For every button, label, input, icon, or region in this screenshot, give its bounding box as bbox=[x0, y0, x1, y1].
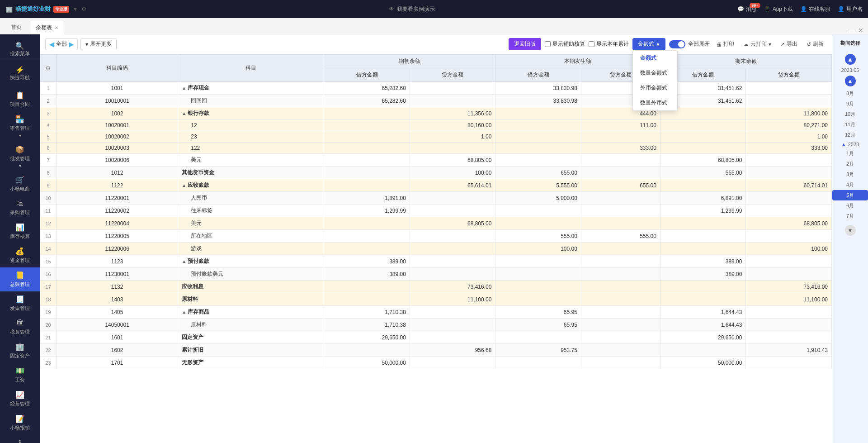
sidebar-item-inventory[interactable]: 📊 库存核算 bbox=[0, 219, 40, 243]
period-down-btn[interactable]: ▾ bbox=[845, 225, 856, 236]
sidebar-item-invoice[interactable]: 🧾 发票管理 bbox=[0, 291, 40, 315]
refresh-icon: ↺ bbox=[807, 41, 811, 48]
row-expand-icon[interactable]: ▲ bbox=[182, 183, 188, 188]
row-num: 21 bbox=[40, 331, 57, 344]
period-jan[interactable]: 1月 bbox=[832, 148, 868, 159]
all-filter-btn[interactable]: ◀ 全部 ▶ bbox=[45, 38, 78, 50]
tab-home[interactable]: 首页 bbox=[5, 20, 28, 34]
sidebar-item-retail[interactable]: 🏪 零售管理 ▾ bbox=[0, 111, 40, 142]
sidebar-item-project[interactable]: 📋 项目合同 bbox=[0, 87, 40, 111]
period-may[interactable]: 5月 bbox=[832, 190, 868, 200]
mode-option-qty-amount[interactable]: 数量金额式 bbox=[633, 66, 677, 81]
mode-option-amount[interactable]: 金额式 bbox=[633, 51, 677, 66]
row-num: 4 bbox=[40, 120, 57, 131]
row-code: 1123 bbox=[57, 255, 178, 268]
filter-right-arrow[interactable]: ▶ bbox=[69, 41, 74, 48]
export-btn[interactable]: ↗ 导出 bbox=[778, 38, 800, 50]
tab-close-icon[interactable]: ✕ bbox=[858, 27, 863, 34]
aux-checkbox-input[interactable] bbox=[545, 41, 551, 47]
row-eb-credit bbox=[746, 82, 832, 95]
period-aug[interactable]: 8月 bbox=[832, 88, 868, 99]
expand-more-btn[interactable]: ▾ 展开更多 bbox=[80, 38, 117, 50]
sidebar-item-ledger[interactable]: 📒 总账管理 bbox=[0, 267, 40, 291]
expand-icon[interactable]: ▾ bbox=[74, 5, 77, 13]
ytd-checkbox-input[interactable] bbox=[589, 41, 594, 47]
sidebar-item-basic-info[interactable]: ℹ 基础信息 bbox=[0, 435, 40, 443]
row-name-indent: 游戏 bbox=[182, 245, 202, 252]
sidebar-item-salary[interactable]: 💵 工资 bbox=[0, 363, 40, 387]
row-ob-debit: 389.00 bbox=[324, 255, 410, 268]
settings-col-header[interactable]: ⚙ bbox=[40, 55, 57, 82]
user-btn[interactable]: 👤 用户名 bbox=[838, 5, 863, 13]
row-ob-debit bbox=[324, 120, 410, 131]
cloud-print-btn[interactable]: ☁ 云打印 ▾ bbox=[741, 38, 774, 50]
row-cur-debit bbox=[495, 143, 581, 154]
capital-icon: 💰 bbox=[15, 247, 24, 256]
row-eb-credit: 11,800.00 bbox=[746, 107, 832, 120]
row-name-bold: 库存现金 bbox=[188, 85, 209, 91]
period-feb[interactable]: 2月 bbox=[832, 159, 868, 169]
refresh-btn[interactable]: ↺ 刷新 bbox=[804, 38, 826, 50]
row-cur-debit bbox=[495, 281, 581, 293]
period-jun[interactable]: 6月 bbox=[832, 200, 868, 211]
row-name-bold: 预付账款 bbox=[188, 258, 209, 264]
sidebar-item-expense[interactable]: 📝 小畅报销 bbox=[0, 411, 40, 435]
tab-balance-sheet[interactable]: 余额表 ✕ bbox=[29, 21, 65, 34]
period-up-btn[interactable]: ▲ bbox=[845, 54, 856, 65]
online-service-btn[interactable]: 👤 在线客服 bbox=[800, 5, 830, 13]
period-mar[interactable]: 3月 bbox=[832, 169, 868, 180]
row-num: 17 bbox=[40, 281, 57, 293]
row-expand-icon[interactable]: ▲ bbox=[182, 259, 188, 264]
return-old-btn[interactable]: 退回旧版 bbox=[509, 38, 541, 50]
row-expand-icon[interactable]: ▲ bbox=[182, 86, 188, 91]
settings-icon[interactable]: ⚙ bbox=[81, 6, 86, 12]
sidebar-item-search[interactable]: 🔍 搜索菜单 bbox=[0, 38, 40, 61]
period-sep[interactable]: 9月 bbox=[832, 99, 868, 109]
row-cur-debit bbox=[495, 205, 581, 217]
period-nov[interactable]: 11月 bbox=[832, 119, 868, 130]
demo-text[interactable]: 我要看实例演示 bbox=[397, 5, 435, 13]
row-expand-icon[interactable]: ▲ bbox=[182, 310, 188, 314]
sidebar-item-ecommerce[interactable]: 🛒 小畅电商 bbox=[0, 172, 40, 196]
tab-close-btn[interactable]: ✕ bbox=[55, 25, 58, 30]
row-code: 11230001 bbox=[57, 268, 178, 281]
app-download-btn[interactable]: 📱 App下载 bbox=[764, 5, 793, 13]
msg-icon: 💬 bbox=[737, 6, 744, 12]
ytd-label: 显示本年累计 bbox=[596, 40, 629, 48]
sidebar-item-wholesale[interactable]: 📦 批发管理 ▾ bbox=[0, 142, 40, 172]
mode-select-btn[interactable]: 金额式 ∧ bbox=[632, 38, 665, 50]
row-name-bold: 固定资产 bbox=[182, 334, 203, 340]
sidebar-item-quicknav[interactable]: ⚡ 快捷导航 bbox=[0, 63, 40, 84]
row-code: 10020006 bbox=[57, 154, 178, 167]
row-ob-debit bbox=[324, 217, 410, 230]
sidebar-item-purchase[interactable]: 🛍 采购管理 bbox=[0, 196, 40, 219]
tab-minimize-icon[interactable]: — bbox=[848, 27, 854, 34]
sidebar-item-operation[interactable]: 📈 经营管理 bbox=[0, 387, 40, 411]
period-up2-btn[interactable]: ▲ bbox=[845, 76, 856, 86]
mode-option-foreign-amount[interactable]: 外币金额式 bbox=[633, 81, 677, 95]
row-cur-debit: 5,000.00 bbox=[495, 192, 581, 205]
show-aux-checkbox[interactable]: 显示辅助核算 bbox=[545, 40, 585, 48]
sidebar-item-capital[interactable]: 💰 资金管理 bbox=[0, 243, 40, 267]
show-ytd-checkbox[interactable]: 显示本年累计 bbox=[589, 40, 629, 48]
row-expand-icon[interactable]: ▲ bbox=[182, 111, 188, 116]
row-name-bold: 应收账款 bbox=[188, 182, 209, 188]
row-code: 1403 bbox=[57, 293, 178, 306]
period-jul[interactable]: 7月 bbox=[832, 211, 868, 221]
mode-option-qty-foreign[interactable]: 数量外币式 bbox=[633, 95, 677, 110]
year-2023: 2023 bbox=[848, 142, 859, 147]
period-year-start: 2023.05 bbox=[840, 67, 860, 74]
row-ob-credit bbox=[410, 357, 495, 369]
period-dec[interactable]: 12月 bbox=[832, 130, 868, 140]
switch-control[interactable] bbox=[669, 40, 685, 48]
row-cur-debit: 655.00 bbox=[495, 167, 581, 179]
sidebar-item-tax[interactable]: 🏛 税务管理 bbox=[0, 315, 40, 339]
period-apr[interactable]: 4月 bbox=[832, 180, 868, 190]
sidebar-item-fixed-assets[interactable]: 🏢 固定资产 bbox=[0, 339, 40, 363]
row-ob-debit: 65,282.60 bbox=[324, 95, 410, 107]
col-settings-icon[interactable]: ⚙ bbox=[45, 65, 51, 72]
period-oct[interactable]: 10月 bbox=[832, 109, 868, 119]
print-btn[interactable]: 🖨 打印 bbox=[713, 38, 737, 50]
notification-btn[interactable]: 💬 99+ 消息 bbox=[737, 5, 757, 13]
expand-all-toggle[interactable]: 全部展开 bbox=[669, 40, 710, 48]
